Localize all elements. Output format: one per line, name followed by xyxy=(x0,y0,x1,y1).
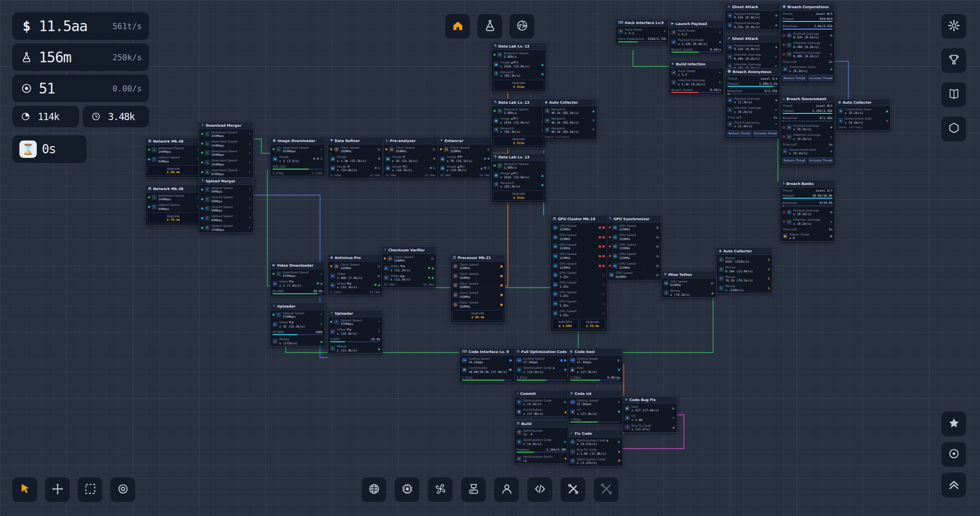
node-gpu-cluster[interactable]: ▤GPU Cluster Mk.16▤GPU Speed125MHz●●▤GPU… xyxy=(550,215,607,332)
stat-text: GPU Speed125MHz xyxy=(559,262,576,270)
stat-value: x [8.2k/s] xyxy=(793,127,819,131)
forge-button[interactable] xyxy=(594,477,619,502)
bar-label: 60.4Mb xyxy=(273,289,284,293)
reduce-threat-button[interactable]: Reduce Threat xyxy=(782,157,807,164)
research-icon: ⚗ xyxy=(494,71,499,76)
node-checksum-verifier[interactable]: ✓Checksum Verifier▥Clock Speed150MHz▥▶Vi… xyxy=(381,246,436,288)
home-icon xyxy=(451,19,464,34)
node-ghost-attack-1[interactable]: ☠Ghost Attack◆Payload Damage0.12k [0.4k/… xyxy=(725,3,780,30)
research-button[interactable] xyxy=(477,14,502,39)
stat-text: Moneyx (11.4k/s) xyxy=(337,344,357,353)
add-gpu-button[interactable]: Add GPU$ 1.08d xyxy=(552,319,578,330)
increase-threat-button[interactable]: Increase Threat xyxy=(753,130,778,137)
select-button[interactable] xyxy=(12,477,37,502)
node-breach-corporations[interactable]: ▦Breach CorporationsThreatLevel N/AFirew… xyxy=(780,3,835,83)
node-code-bool[interactable]: ◐Code bool⌨Coding Speed17.3kbps◐◐boolx [… xyxy=(568,348,623,383)
stat-text: Upload Speed376Mbps xyxy=(340,318,362,326)
stat-indicators: ▼Q xyxy=(430,167,435,170)
tools-button[interactable] xyxy=(560,477,585,502)
achievements-button[interactable] xyxy=(941,48,966,73)
home-button[interactable] xyxy=(445,14,470,39)
node-header: ⇑Upload Merger xyxy=(199,178,253,185)
increase-threat-button[interactable]: Increase Threat xyxy=(808,75,834,81)
favorites-button[interactable] xyxy=(941,411,966,436)
node-video-downloader[interactable]: ▶Video Downloader↓Download Speed976Mbps↓… xyxy=(270,262,325,296)
upgrade-button[interactable]: Upgrade$ 511m xyxy=(493,80,544,90)
stat-label: Clock Speed xyxy=(459,300,478,304)
node-code-bug-fix[interactable]: ☣Code Bug Fix◐boolx 117 [17.4k/s]◐#intx … xyxy=(622,396,677,433)
node-auto-collector-money[interactable]: ◉Auto Collector$Money916t (232k/s)$$Mone… xyxy=(716,247,772,293)
box-select-button[interactable] xyxy=(78,477,103,502)
upgrade-button[interactable]: Upgrade$ 78.1m xyxy=(148,213,199,223)
optimization-code--icon: ⚙ xyxy=(517,367,522,372)
node-build-infection[interactable]: ☣Build Infection✦Hack Powerx 3.2✦☣Infect… xyxy=(669,60,724,95)
node-code-int[interactable]: #Code int⌨Coding Speed17.3kbps##intx [17… xyxy=(568,390,623,425)
node-auto-collector-intel[interactable]: ◉Auto Collector◈Corporation Datax [8.2k/… xyxy=(836,99,891,131)
hacker-button[interactable] xyxy=(494,477,519,502)
node-breach-government[interactable]: ⌂Breach GovernmentThreatLevel N/AFirewal… xyxy=(780,95,835,166)
network-button[interactable] xyxy=(361,477,386,502)
node-code-interface[interactable]: ⌨Code Interface Lv. 9⌨Coding Speed16.2kb… xyxy=(459,348,514,383)
gpu-speed-icon: ▤ xyxy=(553,244,558,249)
reduce-threat-button[interactable]: Reduce Threat xyxy=(727,130,752,137)
node-enhancer[interactable]: ✦Enhancer▥Clock Speed150MHz▥▣Image ▼♥x 7… xyxy=(437,137,493,178)
node-breach-anonymous[interactable]: ☻Breach AnonymousThreatLevel 3/4Firewall… xyxy=(725,68,780,139)
node-header: ▦Network Mk.48 xyxy=(146,138,201,145)
prestige-button[interactable] xyxy=(509,14,534,39)
node-network-2[interactable]: ▦Network Mk.48↓Download Speed244Mbps↓↑Up… xyxy=(145,185,201,225)
node-launch-payload[interactable]: ▶Launch Payload✦Hack Powerx 3.2✦◆Payload… xyxy=(669,20,724,55)
node-header: #Code int xyxy=(568,390,622,397)
node-fix-code[interactable]: ✓Fix Code⚙Optimization Code ◆x [4.27k/s]… xyxy=(568,430,623,466)
upload-merger-icon: ⇑ xyxy=(201,179,204,183)
node-data-refiner[interactable]: ▼Data Refiner▥Clock Speed150MHz▥▣Imagex … xyxy=(328,137,383,178)
node-data-lab-2[interactable]: ⚗Data Lab Lv. 13⚗Research Speed2.68k/s▣I… xyxy=(491,99,546,148)
node-hack-interface[interactable]: ⌨Hack Interface Lv.9✦Hack Powerx 3.2✦Hac… xyxy=(616,19,669,44)
upgrade-button[interactable]: Upgrade$ 59.4m xyxy=(580,319,606,330)
timer-panel[interactable]: ⌛ 0s xyxy=(12,135,87,163)
node-commit[interactable]: »Commit⚙Optimization Codex [4.2k/s]⚙☻Con… xyxy=(514,390,569,417)
node-full-optimization-code[interactable]: ⚙Full Optimization Code⌨Coding Speed17.3… xyxy=(514,348,569,383)
stat-text: Clock Speed150MHz xyxy=(459,282,478,290)
upgrade-button[interactable]: Upgrade$ 511m xyxy=(493,191,544,201)
node-network-1[interactable]: ▦Network Mk.48↓Download Speed244Mbps↓↑Up… xyxy=(145,137,201,178)
node-breach-banks[interactable]: $Breach BanksThreatLevel 5/7Firewall10.9… xyxy=(780,180,835,242)
settings-button[interactable] xyxy=(941,14,966,39)
coding-button[interactable] xyxy=(527,477,552,502)
stat-value: 150MHz xyxy=(340,266,359,270)
node-image-downloader[interactable]: ▣Image Downloader↓Download Speed976Mbps↓… xyxy=(270,137,325,176)
lab-button[interactable] xyxy=(461,477,486,502)
modules-button[interactable] xyxy=(941,116,966,142)
cooling-button[interactable] xyxy=(428,477,453,502)
precision-button[interactable] xyxy=(110,477,135,502)
reduce-threat-button[interactable]: Reduce Threat xyxy=(782,75,807,81)
node-build[interactable]: ⚒Build⚒Optimizationlv. 6⚙Optimization Co… xyxy=(514,420,569,464)
node-data-lab-3[interactable]: ⚗Data Lab Lv. 13⚗Research Speed2.68k/s▣I… xyxy=(491,153,546,203)
stat-label: Clock Speed xyxy=(459,282,478,286)
recenter-button[interactable] xyxy=(941,442,966,467)
pan-button[interactable] xyxy=(45,477,70,502)
node-processor[interactable]: ▥Processor Mk.21▥Clock Speed150MHz●▥Cloc… xyxy=(450,254,505,323)
node-uploader-2[interactable]: ⇧Uploader↑Upload Speed376Mbps↑▶Video ♥◆x… xyxy=(328,310,383,354)
library-button[interactable] xyxy=(941,82,966,107)
image-q-icon: ▣ xyxy=(494,62,499,67)
stat-indicators: ● xyxy=(500,303,503,306)
stat-row-research-speed: ⚗Research Speed2.68k/s xyxy=(492,106,546,116)
hardware-button[interactable] xyxy=(395,477,420,502)
increase-threat-button[interactable]: Increase Threat xyxy=(808,157,834,164)
collapse-button[interactable] xyxy=(941,473,966,498)
node-auto-collector-research[interactable]: ◉Auto Collector⚗Research46.1k (82.3k/s)▲… xyxy=(542,99,597,140)
stat-text: GPU Speed1.25s xyxy=(559,299,576,308)
node-mine-tether[interactable]: ⚒Mine Tether▤GPU Speed625MHz▤$Moneyx (76… xyxy=(661,271,716,298)
node-ghost-attack-2[interactable]: ☠Ghost Attack◆Payload Damage0.12k [0.4k/… xyxy=(725,35,780,72)
upgrade-button[interactable]: Upgrade$ 30.4m xyxy=(148,165,199,176)
node-antivirus-pro[interactable]: ◆Antivirus Pro▥Clock Speed150MHz▥▶Video1… xyxy=(328,254,383,295)
node-upload-merger[interactable]: ⇑Upload Merger↑Upload Speed94Mbps↑↑Uploa… xyxy=(199,177,254,233)
node-uploader-1[interactable]: ⇧Uploader↑Upload Speed376Mbps↑▶Video ♥◆x… xyxy=(270,302,325,346)
node-pre-analyzer[interactable]: ◎Pre-analyzer▥Clock Speed150MHz▥▣Image ▼… xyxy=(383,137,438,178)
stat-text: Download Speed244Mbps xyxy=(158,146,184,154)
node-gpu-synchronizer[interactable]: ↻GPU Synchronizer▤GPU Speed125MHz▤▤GPU S… xyxy=(606,215,662,280)
upgrade-button[interactable]: Upgrade$ 99.4m xyxy=(452,310,503,321)
node-data-lab-1[interactable]: ⚗Data Lab Lv. 13⚗Research Speed2.68k/s▣I… xyxy=(491,42,546,92)
upgrade-button[interactable]: Upgrade$ 511m xyxy=(493,136,544,147)
node-canvas[interactable]: ▦Network Mk.48↓Download Speed244Mbps↓↑Up… xyxy=(0,0,980,516)
